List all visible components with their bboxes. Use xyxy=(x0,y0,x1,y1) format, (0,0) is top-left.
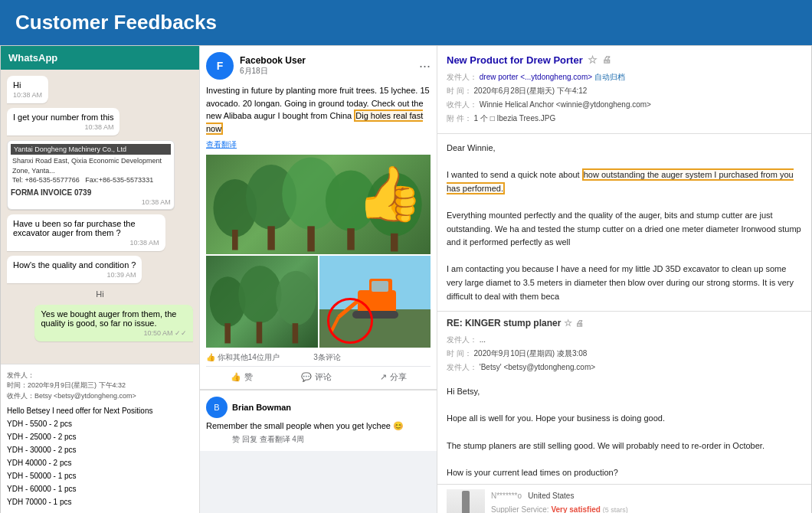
list-item: How's the quality and condition ? 10:39 … xyxy=(7,256,142,283)
email2-subject: RE: KINGER stump planer ☆ 🖨 xyxy=(447,318,802,328)
comment-header: B Brian Bowman xyxy=(206,397,431,418)
comment-avatar: B xyxy=(206,397,228,418)
from2-label: 发件人： xyxy=(447,335,477,344)
auto-archive-label: 自动归档 xyxy=(594,73,625,81)
email2-subject-text: RE: KINGER stump planer xyxy=(447,318,561,328)
post-actions: 👍 赞 💬 评论 ↗ 分享 xyxy=(206,366,431,383)
message-text: Have u been so far purchase the excavato… xyxy=(13,219,159,237)
svg-rect-7 xyxy=(347,228,354,250)
review-meta: N*******o United States Supplier Service… xyxy=(491,489,802,513)
svg-rect-13 xyxy=(257,322,263,343)
email-1: New Product for Drew Porter ☆ 🖨 发件人： dre… xyxy=(437,46,811,134)
comment-author-name: Brian Bowman xyxy=(232,403,291,412)
facebook-comment: B Brian Bowman Remember the small people… xyxy=(200,390,437,451)
email-line3: I am contacting you because I have a nee… xyxy=(447,263,802,303)
attach-label: 附 件： xyxy=(447,114,472,123)
comment-text: Remember the small people when you get l… xyxy=(206,421,431,431)
order-greeting: Hello Betsey I need offer for Next Posit… xyxy=(7,404,193,417)
order-item: YDH - 25000 - 2 pcs xyxy=(7,430,193,443)
like-label: 赞 xyxy=(244,371,253,383)
like-button[interactable]: 👍 赞 xyxy=(231,371,253,383)
message-time: 10:39 AM xyxy=(13,271,136,279)
star-icon2[interactable]: ☆ xyxy=(564,318,572,328)
email-subject: New Product for Drew Porter ☆ 🖨 xyxy=(447,54,802,66)
email2-to: 'Betsy' <betsy@ytdongheng.com> xyxy=(480,363,595,371)
from-label: 发件人： xyxy=(447,73,477,81)
email-attach: 1 个 □ Ibezia Trees.JPG xyxy=(474,114,556,123)
page-header: Customer Feedbacks xyxy=(0,0,812,45)
svg-point-12 xyxy=(238,266,281,323)
message-text: How's the quality and condition ? xyxy=(13,260,136,270)
chat-body: Hi 10:38 AM I get your number from this … xyxy=(1,70,199,364)
star-icon[interactable]: ☆ xyxy=(588,54,598,66)
svg-rect-24 xyxy=(462,491,470,513)
whatsapp-panel: WhatsApp Hi 10:38 AM I get your number f… xyxy=(1,46,200,513)
trees2-background xyxy=(206,256,318,348)
date2-label: 时 间： xyxy=(447,349,472,358)
comment-button[interactable]: 💬 评论 xyxy=(301,371,332,383)
more-options-icon[interactable]: ··· xyxy=(419,58,431,74)
message-text: Yes we bought auger from them, the quali… xyxy=(41,309,187,328)
list-item: Have u been so far purchase the excavato… xyxy=(7,214,165,251)
list-item: Hi 10:38 AM xyxy=(7,76,48,103)
order-item: YDH 70000 - 1 pcs xyxy=(7,495,193,508)
comment-label: 评论 xyxy=(315,371,332,383)
comment-icon: 💬 xyxy=(301,372,312,382)
share-button[interactable]: ↗ 分享 xyxy=(380,371,407,383)
post-image-trees2 xyxy=(206,256,318,348)
chat-header: WhatsApp xyxy=(1,46,199,70)
order-to: 收件人：Betsy <betsy@ytdongheng.com> xyxy=(7,392,136,400)
email-date: 2020年6月28日(星期天) 下午4:12 xyxy=(474,87,588,95)
hi-label: Hi xyxy=(96,289,103,299)
email-line1: I wanted to send a quick note about how … xyxy=(447,168,802,195)
sender-info: 发件人： 时间：2020年9月9日(星期三) 下午4:32 收件人：Betsy … xyxy=(7,371,193,402)
review-item: N*******o United States Supplier Service… xyxy=(437,485,811,513)
invoice-image: Yantai Dongheng Machinery Co., Ltd Shanx… xyxy=(7,140,175,210)
post-images: 👍 xyxy=(206,155,431,348)
invoice-body: Shanxi Road East, Qixia Economic Develop… xyxy=(11,155,171,187)
message-text: Hi xyxy=(13,80,42,90)
email-to: Winnie Helical Anchor <winnie@ytdongheng… xyxy=(480,100,651,109)
to-label: 收件人： xyxy=(447,100,477,109)
email-line2: Everything mounted perfectly and the qua… xyxy=(447,209,802,250)
email-greeting: Dear Winnie, xyxy=(447,142,802,155)
from2-addr: ... xyxy=(480,335,486,344)
post-image-trees: 👍 xyxy=(206,155,431,254)
main-content: WhatsApp Hi 10:38 AM I get your number f… xyxy=(0,45,812,513)
post-author-info: Facebook User 6月18日 xyxy=(240,55,419,77)
service-rating: Very satisfied xyxy=(551,505,600,513)
facebook-panel: F Facebook User 6月18日 ··· Investing in f… xyxy=(200,46,437,513)
post-header: F Facebook User 6月18日 ··· xyxy=(206,52,431,80)
to2-label: 发件人： xyxy=(447,363,477,371)
message-time: 10:38 AM xyxy=(11,198,171,206)
share-label: 分享 xyxy=(390,371,407,383)
post-likes: 👍 你和其他14位用户 3条评论 xyxy=(206,352,431,363)
date-label: 时 间： xyxy=(447,87,472,95)
facebook-post: F Facebook User 6月18日 ··· Investing in f… xyxy=(200,46,437,390)
thumbs-up-icon: 👍 xyxy=(356,162,423,225)
review-product-image xyxy=(447,489,485,513)
sender-label: 发件人： xyxy=(7,371,34,379)
svg-point-14 xyxy=(276,271,316,325)
from-email[interactable]: drew porter <...ytdongheng.com> xyxy=(480,73,592,81)
email-panel: New Product for Drew Porter ☆ 🖨 发件人： dre… xyxy=(437,46,811,513)
excavator-background xyxy=(319,256,431,348)
message-time: 10:38 AM xyxy=(13,91,42,99)
service-label: Supplier Service: xyxy=(491,505,549,513)
post-highlight: Dig holes real fast now xyxy=(206,109,423,135)
order-item: YDH - 60000 - 1 pcs xyxy=(7,482,193,495)
comments-count: 3条评论 xyxy=(313,353,341,361)
svg-rect-15 xyxy=(293,323,299,343)
printer-icon2: 🖨 xyxy=(575,319,584,328)
post-date: 6月18日 xyxy=(240,66,419,77)
email-meta: 发件人： drew porter <...ytdongheng.com> 自动归… xyxy=(447,70,802,126)
order-list: 发件人： 时间：2020年9月9日(星期三) 下午4:32 收件人：Betsy … xyxy=(1,364,199,514)
list-item: Yes we bought auger from them, the quali… xyxy=(34,305,193,341)
message-text: I get your number from this xyxy=(13,113,113,122)
order-item: YDH - 5500 - 2 pcs xyxy=(7,417,193,430)
svg-rect-9 xyxy=(391,234,398,252)
translate-link[interactable]: 查看翻译 xyxy=(206,139,431,150)
email-2: RE: KINGER stump planer ☆ 🖨 发件人： ... 时 间… xyxy=(437,311,811,381)
post-author: Facebook User xyxy=(240,55,419,66)
svg-rect-3 xyxy=(267,226,274,250)
